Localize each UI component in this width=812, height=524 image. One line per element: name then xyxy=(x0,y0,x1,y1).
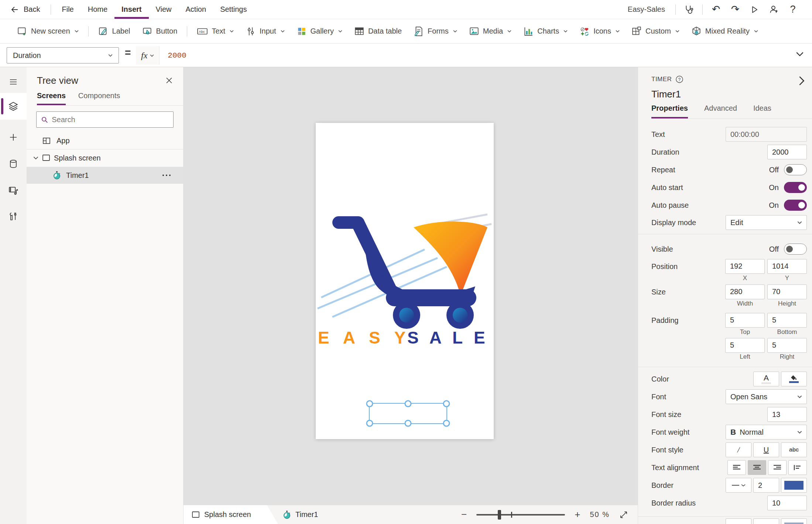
zoom-slider-thumb[interactable] xyxy=(498,510,501,520)
fit-to-screen-button[interactable] xyxy=(619,510,628,519)
button-button[interactable]: Button xyxy=(136,19,184,43)
underline-button[interactable]: U xyxy=(753,442,779,457)
tab-components[interactable]: Components xyxy=(78,92,120,105)
help-button[interactable]: ? xyxy=(783,0,802,19)
border-radius-input[interactable]: 10 xyxy=(767,496,807,510)
position-x-input[interactable]: 192 xyxy=(725,259,765,274)
gallery-menu-button[interactable]: Gallery xyxy=(291,19,348,43)
data-table-button[interactable]: Data table xyxy=(348,19,408,43)
zoom-slider[interactable] xyxy=(476,514,565,516)
tab-properties[interactable]: Properties xyxy=(651,104,688,118)
custom-menu-button[interactable]: Custom xyxy=(626,19,685,43)
resize-handle-top-center[interactable] xyxy=(405,400,412,407)
tab-ideas[interactable]: Ideas xyxy=(753,104,771,118)
input-menu-button[interactable]: Input xyxy=(240,19,290,43)
resize-handle-top-left[interactable] xyxy=(366,400,373,407)
padding-top-input[interactable]: 5 xyxy=(725,313,765,328)
font-color-button[interactable]: A xyxy=(753,372,779,386)
breadcrumb-control[interactable]: Timer1 xyxy=(282,505,318,524)
repeat-toggle[interactable] xyxy=(784,164,807,175)
menu-item-file[interactable]: File xyxy=(55,0,80,19)
collapse-menu-button[interactable] xyxy=(0,70,27,94)
auto-pause-toggle[interactable] xyxy=(784,200,807,211)
menu-item-view[interactable]: View xyxy=(149,0,179,19)
formula-input-bar[interactable]: fx 2000 xyxy=(136,46,789,65)
preview-button[interactable] xyxy=(745,0,764,19)
resize-handle-bottom-center[interactable] xyxy=(405,420,412,427)
charts-menu-button[interactable]: Charts xyxy=(517,19,573,43)
app-checker-button[interactable] xyxy=(679,0,699,19)
tree-item-app[interactable]: App xyxy=(27,132,183,149)
padding-left-input[interactable]: 5 xyxy=(725,338,765,353)
icons-menu-button[interactable]: Icons xyxy=(573,19,626,43)
menu-item-home[interactable]: Home xyxy=(81,0,114,19)
display-mode-dropdown[interactable]: Edit xyxy=(726,215,807,230)
clipped-button-3[interactable] xyxy=(781,518,807,524)
insert-rail-button[interactable] xyxy=(0,125,27,149)
selected-timer-control[interactable] xyxy=(369,403,447,424)
tab-screens[interactable]: Screens xyxy=(37,92,66,105)
clipped-button-1[interactable]: ▴ xyxy=(726,518,751,524)
tree-search-box[interactable] xyxy=(36,111,174,128)
forms-menu-button[interactable]: Forms xyxy=(408,19,463,43)
align-right-button[interactable] xyxy=(768,460,787,475)
close-tree-view-button[interactable] xyxy=(162,74,176,87)
formula-expression[interactable]: 2000 xyxy=(168,51,186,60)
mixed-reality-menu-button[interactable]: Mixed Reality xyxy=(685,19,764,43)
size-width-input[interactable]: 280 xyxy=(725,285,765,299)
data-rail-button[interactable] xyxy=(0,152,27,176)
duration-input[interactable]: 2000 xyxy=(767,145,807,159)
tree-view-rail-button[interactable] xyxy=(0,93,27,120)
border-color-button[interactable] xyxy=(781,478,807,493)
text-menu-button[interactable]: Abc Text xyxy=(191,19,240,43)
clipped-button-2[interactable]: ▴ xyxy=(753,518,779,524)
align-justify-button[interactable] xyxy=(788,460,807,475)
fx-dropdown[interactable]: fx xyxy=(136,46,160,65)
align-left-button[interactable] xyxy=(727,460,746,475)
splash-screen-canvas[interactable]: E A S Y S A L E S xyxy=(316,123,494,439)
label-button[interactable]: Label xyxy=(92,19,136,43)
tab-advanced[interactable]: Advanced xyxy=(704,104,737,118)
advanced-tools-rail-button[interactable] xyxy=(0,204,27,228)
property-selector-dropdown[interactable]: Duration xyxy=(7,47,119,63)
media-menu-button[interactable]: Media xyxy=(463,19,517,43)
menu-item-settings[interactable]: Settings xyxy=(213,0,254,19)
zoom-out-button[interactable]: − xyxy=(461,509,467,520)
font-dropdown[interactable]: Open Sans xyxy=(726,389,807,404)
italic-button[interactable]: / xyxy=(726,442,751,457)
collapse-panel-chevron[interactable] xyxy=(799,76,805,86)
visible-toggle[interactable] xyxy=(784,244,807,255)
menu-item-action[interactable]: Action xyxy=(179,0,213,19)
undo-button[interactable]: ↶ xyxy=(706,0,726,19)
expand-formula-bar-chevron[interactable] xyxy=(796,52,804,56)
breadcrumb-screen[interactable]: Splash screen xyxy=(184,505,278,524)
menu-item-insert[interactable]: Insert xyxy=(114,0,148,19)
strikethrough-button[interactable]: abc xyxy=(781,442,807,457)
padding-right-input[interactable]: 5 xyxy=(767,338,807,353)
resize-handle-bottom-left[interactable] xyxy=(366,420,373,427)
chevron-down-icon[interactable] xyxy=(33,156,38,160)
fill-color-button[interactable] xyxy=(781,372,807,386)
resize-handle-bottom-right[interactable] xyxy=(443,420,450,427)
back-button[interactable]: Back xyxy=(10,0,47,19)
padding-bottom-input[interactable]: 5 xyxy=(767,313,807,328)
more-options-icon[interactable] xyxy=(162,175,171,176)
tree-item-splash-screen[interactable]: Splash screen xyxy=(27,149,183,166)
tree-item-timer1[interactable]: Timer1 xyxy=(27,167,183,184)
share-button[interactable] xyxy=(764,0,783,19)
border-style-dropdown[interactable] xyxy=(726,478,751,493)
zoom-in-button[interactable]: + xyxy=(575,509,580,520)
size-height-input[interactable]: 70 xyxy=(767,285,807,299)
help-circle-icon[interactable]: ? xyxy=(675,75,683,83)
new-screen-button[interactable]: New screen xyxy=(11,19,85,43)
align-center-button[interactable] xyxy=(748,460,766,475)
text-value-input[interactable]: 00:00:00 xyxy=(726,127,807,142)
position-y-input[interactable]: 1014 xyxy=(767,259,807,274)
font-size-input[interactable]: 13 xyxy=(767,407,807,422)
border-width-input[interactable]: 2 xyxy=(753,478,779,493)
font-weight-dropdown[interactable]: B Normal xyxy=(726,425,807,439)
media-rail-button[interactable] xyxy=(0,179,27,202)
auto-start-toggle[interactable] xyxy=(784,182,807,193)
canvas-area[interactable]: E A S Y S A L E S xyxy=(184,67,638,505)
resize-handle-top-right[interactable] xyxy=(443,400,450,407)
